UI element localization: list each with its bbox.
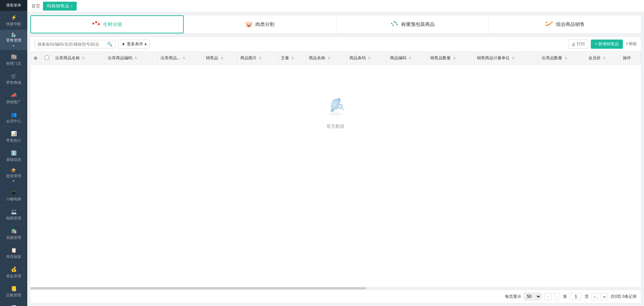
th-out-code: 出库商品编码 ⇅ <box>105 52 158 65</box>
quick-nav-icon: ⚡ <box>11 14 17 20</box>
mini-ecom-icon: 📱 <box>11 189 17 195</box>
svg-point-4 <box>394 21 395 22</box>
th-barcode: 商品条码 ⇅ <box>346 52 387 65</box>
sidebar-item-retail-mgmt[interactable]: 🏪 零售管理 ▲ <box>0 30 27 50</box>
th-product-name: 商品名称 ⇅ <box>306 52 347 65</box>
sidebar-item-member-center[interactable]: 👥 会员中心 <box>0 108 27 127</box>
page-input[interactable] <box>570 293 582 300</box>
sidebar-item-retail-stats[interactable]: 📊 零售统计 <box>0 127 27 146</box>
svg-point-13 <box>546 25 547 26</box>
tab-meat-cut[interactable]: 🐷 肉类分割 <box>184 15 336 33</box>
member-center-icon: 👥 <box>11 111 17 118</box>
sidebar: 搜客菜单 ⚡ 快捷导航 🏪 零售管理 ▲ 🏬 智慧门店 🛒 零售商城 📣 营销推… <box>0 0 27 306</box>
th-main-unit: 主量 ⇅ <box>278 52 306 65</box>
sidebar-item-inventory[interactable]: 📋 库存核算 <box>0 244 27 263</box>
meat-cut-icon: 🐷 <box>245 21 253 28</box>
th-action: 操作 <box>620 52 641 65</box>
tab-combo-sales[interactable]: 组合商品销售 <box>489 15 641 33</box>
th-gear[interactable]: ⚙ <box>30 52 41 65</box>
svg-point-6 <box>392 25 394 26</box>
svg-point-5 <box>396 24 398 25</box>
th-out-name: 出库商品名称 ⇅ <box>52 52 105 65</box>
sidebar-item-quick-nav[interactable]: ⚡ 快捷导航 <box>0 11 27 30</box>
last-page-btn[interactable]: » <box>601 293 608 300</box>
sort-icon-product-name[interactable]: ⇅ <box>328 56 330 60</box>
empty-text: 暂无数据 <box>327 123 344 129</box>
th-check[interactable] <box>41 52 52 65</box>
sort-icon-sale-unit[interactable]: ⇅ <box>512 56 514 60</box>
retail-mgmt-arrow: ▲ <box>12 44 15 47</box>
sidebar-item-basic-info[interactable]: ℹ️ 基础信息 <box>0 147 27 166</box>
sort-icon-member-price[interactable]: ⇅ <box>603 56 605 60</box>
sort-icon-product-image[interactable]: ⇅ <box>259 56 261 60</box>
sidebar-item-sales-promo[interactable]: 📣 营销推广 <box>0 89 27 108</box>
sort-icon-product-code[interactable]: ⇅ <box>408 56 411 60</box>
tab-fresh-grade[interactable]: 生鲜分级 <box>30 15 184 33</box>
next-page-btn[interactable]: › <box>591 293 598 300</box>
sidebar-item-finance[interactable]: 💰 资金管理 <box>0 263 27 282</box>
sort-icon-barcode[interactable]: ⇅ <box>368 56 371 60</box>
sales-promo-icon: 📣 <box>11 92 17 98</box>
sidebar-item-mini-ecom[interactable]: 📱 小畅电商 <box>0 186 27 205</box>
th-member-price: 会员价 ⇅ <box>585 52 620 65</box>
th-sale-qty: 销售品数量 ⇅ <box>428 52 474 65</box>
sidebar-item-purchase-mgmt[interactable]: 🛍️ 采购管理 <box>0 224 27 243</box>
sidebar-item-general-ledger[interactable]: 📒 总账管理 <box>0 282 27 301</box>
page-unit: 页 <box>585 294 589 300</box>
sort-icon-out-qty[interactable]: ⇅ <box>565 56 567 60</box>
fresh-grade-icon <box>92 21 100 28</box>
sidebar-logo: 搜客菜单 <box>0 0 27 11</box>
sidebar-item-smart-store[interactable]: 🏬 智慧门店 <box>0 50 27 69</box>
purchase-mgmt-icon: 🛍️ <box>11 228 17 234</box>
empty-icon <box>322 92 349 119</box>
svg-point-2 <box>98 23 100 25</box>
active-tab[interactable]: 特殊销售品 × <box>43 2 77 11</box>
breadcrumb-home[interactable]: 首页 <box>31 3 40 9</box>
horizontal-scrollbar-thumb[interactable] <box>30 287 366 289</box>
svg-point-8 <box>546 22 547 23</box>
help-button[interactable]: ? 帮助 <box>626 41 637 47</box>
add-button[interactable]: + 新增销售品 <box>591 40 623 49</box>
svg-point-3 <box>391 23 392 24</box>
toolbar-left: 🔍 ▼ 更多条件 ▾ <box>34 40 150 49</box>
sort-icon-main-unit[interactable]: ⇅ <box>291 56 294 60</box>
combo-sales-icon <box>545 21 553 28</box>
tab-weigh-pack[interactable]: 称重预包装商品 <box>336 15 489 33</box>
weigh-pack-icon <box>390 21 399 28</box>
search-box[interactable]: 🔍 <box>34 40 116 48</box>
th-out-qty: 出库品数量 ⇅ <box>539 52 586 65</box>
per-page-label: 每页显示 <box>505 294 521 300</box>
search-icon[interactable]: 🔍 <box>107 42 113 47</box>
sort-icon-sale-qty[interactable]: ⇅ <box>453 56 456 60</box>
toolbar: 🔍 ▼ 更多条件 ▾ 🖨 打印 + 新增销售品 ? 帮助 <box>30 36 641 51</box>
sidebar-item-wholesale-mgmt[interactable]: 📦 批发管理 ▼ <box>0 166 27 186</box>
search-input[interactable] <box>38 42 106 47</box>
sidebar-item-ecom-mgmt[interactable]: 💻 电商管理 <box>0 205 27 224</box>
ecom-mgmt-icon: 💻 <box>11 209 17 215</box>
first-page-btn[interactable]: « <box>544 293 551 300</box>
sidebar-item-retail-mall[interactable]: 🛒 零售商城 <box>0 70 27 89</box>
prev-page-btn[interactable]: ‹ <box>554 293 560 300</box>
svg-point-14 <box>329 112 342 116</box>
sort-icon-out-spec[interactable]: ⇅ <box>182 56 185 60</box>
main-content: 首页 特殊销售品 × 生鲜分级 🐷 肉类分 <box>27 0 644 306</box>
th-sale-unit: 销售商品计量单位 ⇅ <box>474 52 539 65</box>
sort-icon-sale-product[interactable]: ⇅ <box>221 56 223 60</box>
tab-close-btn[interactable]: × <box>71 4 73 8</box>
svg-point-19 <box>339 105 342 108</box>
per-page-select[interactable]: 50 10 20 100 <box>524 293 541 300</box>
th-sale-product: 销售品 ⇅ <box>203 52 238 65</box>
print-button[interactable]: 🖨 打印 <box>568 40 588 49</box>
filter-arrow-icon: ▾ <box>145 42 147 47</box>
sidebar-item-invoice[interactable]: 🧾 发票管理 <box>0 301 27 306</box>
smart-store-icon: 🏬 <box>11 53 17 60</box>
empty-state: 暂无数据 <box>30 65 641 157</box>
invoice-icon: 🧾 <box>11 305 17 306</box>
sort-icon-out-code[interactable]: ⇅ <box>134 56 137 60</box>
sort-icon-out-name[interactable]: ⇅ <box>82 56 85 60</box>
filter-button[interactable]: ▼ 更多条件 ▾ <box>118 40 150 49</box>
th-product-image: 商品图片 ⇅ <box>237 52 278 65</box>
total-text: 共0页 0条记录 <box>611 294 637 300</box>
wholesale-mgmt-arrow: ▼ <box>12 179 15 183</box>
select-all-checkbox[interactable] <box>45 56 49 60</box>
